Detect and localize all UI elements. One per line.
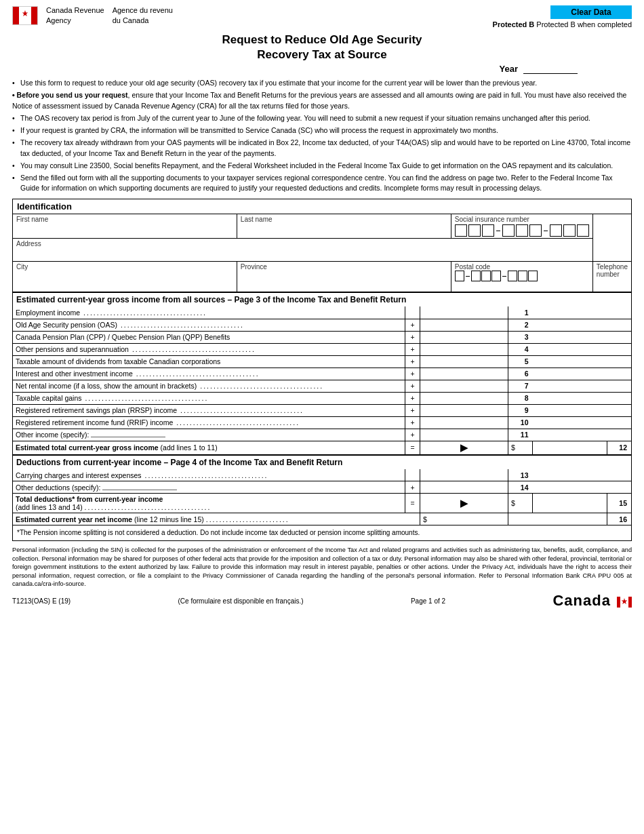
amount-input[interactable] <box>420 355 508 368</box>
flag-wordmark-icon <box>617 595 632 610</box>
table-row: Employment income ......................… <box>13 306 632 319</box>
amount-input[interactable] <box>420 481 508 494</box>
deductions-banner: Deductions from current-year income – Pa… <box>12 455 632 469</box>
total-row: Estimated total current-year gross incom… <box>13 441 632 454</box>
form-code: T1213(OAS) E (19) <box>12 597 71 605</box>
first-name-input[interactable] <box>16 223 233 235</box>
net-income-amount[interactable] <box>508 513 607 525</box>
instruction-item: Use this form to request to reduce your … <box>12 78 632 88</box>
table-row: Other deductions (specify): +14 <box>13 481 632 494</box>
pension-footnote: *The Pension income splitting is not con… <box>12 525 632 541</box>
year-input[interactable] <box>523 64 578 74</box>
identification-table: First name Last name Social insurance nu… <box>12 214 632 292</box>
sin-input[interactable] <box>455 224 589 237</box>
canada-flag-icon <box>12 6 38 25</box>
svg-rect-1 <box>31 7 37 24</box>
amount-input[interactable] <box>420 404 508 416</box>
clear-data-button[interactable]: Clear Data <box>550 5 632 19</box>
last-name-input[interactable] <box>241 223 447 235</box>
sin-label: Social insurance number <box>455 216 589 223</box>
instruction-item: The recovery tax already withdrawn from … <box>12 138 632 158</box>
instruction-item: You may consult Line 23500, Social benef… <box>12 161 632 171</box>
svg-rect-5 <box>628 597 632 608</box>
deductions-table: Carrying charges and interest expenses .… <box>12 469 632 526</box>
amount-input[interactable] <box>420 331 508 343</box>
address-label: Address <box>16 240 589 247</box>
table-row: Carrying charges and interest expenses .… <box>13 469 632 481</box>
amount-input[interactable] <box>420 319 508 331</box>
address-input[interactable] <box>16 247 589 260</box>
instruction-item: The OAS recovery tax period is from July… <box>12 113 632 123</box>
table-row: Net rental income (if a loss, show the a… <box>13 380 632 392</box>
province-input[interactable] <box>241 271 447 283</box>
city-label: City <box>16 263 233 271</box>
amount-input[interactable] <box>420 343 508 355</box>
table-row: Registered retirement savings plan (RRSP… <box>13 404 632 416</box>
city-input[interactable] <box>16 271 233 283</box>
agency-name: Canada Revenue Agency <box>46 5 104 26</box>
form-title: Request to Reduce Old Age Security Recov… <box>12 33 632 62</box>
privacy-notice: Personal information (including the SIN)… <box>12 546 632 588</box>
table-row: Taxable amount of dividends from taxable… <box>13 355 632 368</box>
canada-wordmark: Canada <box>552 592 632 610</box>
instruction-item: Send the filled out form with all the su… <box>12 173 632 193</box>
table-row: Old Age Security pension (OAS) .........… <box>13 319 632 331</box>
table-row: Interest and other investment income ...… <box>13 368 632 380</box>
deductions-total-row: Total deductions* from current-year inco… <box>13 494 632 513</box>
page-label: Page 1 of 2 <box>411 597 445 605</box>
table-row: Other pensions and superannuation ......… <box>13 343 632 355</box>
instruction-item: • Before you send us your request, ensur… <box>12 90 632 111</box>
amount-input[interactable] <box>420 380 508 392</box>
amount-input[interactable] <box>420 306 508 319</box>
svg-rect-0 <box>13 7 19 24</box>
amount-input[interactable] <box>420 392 508 404</box>
table-row: Canada Pension Plan (CPP) / Quebec Pensi… <box>13 331 632 343</box>
estimated-income-banner: Estimated current-year gross income from… <box>12 292 632 306</box>
amount-input[interactable] <box>420 368 508 380</box>
instructions-section: Use this form to request to reduce your … <box>12 78 632 193</box>
amount-input[interactable] <box>420 469 508 481</box>
amount-input[interactable] <box>420 416 508 429</box>
telephone-input[interactable] <box>597 278 628 290</box>
table-row: Taxable capital gains ..................… <box>13 392 632 404</box>
identification-header: Identification <box>12 199 632 214</box>
total-income-amount[interactable] <box>533 441 607 454</box>
agency-name-fr: Agence du revenu du Canada <box>113 5 173 26</box>
first-name-label: First name <box>16 216 233 223</box>
table-row: Registered retirement income fund (RRIF)… <box>13 416 632 429</box>
protected-b-label: Protected B Protected B when completed <box>493 20 632 28</box>
province-label: Province <box>241 263 447 271</box>
french-note: (Ce formulaire est disponible en françai… <box>178 597 303 605</box>
postal-label: Postal code <box>455 263 589 271</box>
svg-rect-4 <box>617 597 620 608</box>
table-row: Other income (specify): +11 <box>13 429 632 441</box>
last-name-label: Last name <box>241 216 447 223</box>
net-income-row: Estimated current year net income (line … <box>13 513 632 525</box>
income-lines-table: Employment income ......................… <box>12 306 632 455</box>
year-label: Year <box>500 64 518 74</box>
amount-input[interactable] <box>420 429 508 441</box>
instruction-item: If your request is granted by CRA, the i… <box>12 125 632 136</box>
deductions-total-amount[interactable] <box>533 494 607 513</box>
postal-input[interactable] <box>455 271 589 281</box>
telephone-label: Telephone number <box>597 263 628 278</box>
svg-rect-2 <box>19 7 31 24</box>
